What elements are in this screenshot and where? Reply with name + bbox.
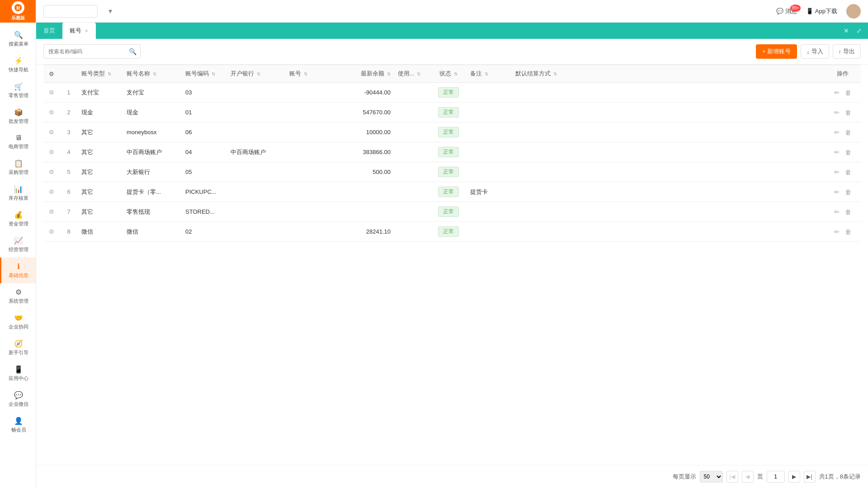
row-gear-0[interactable]: ⚙ (43, 83, 60, 103)
app-download-btn[interactable]: 📱 App下载 (806, 7, 837, 15)
row-gear-6[interactable]: ⚙ (43, 202, 60, 222)
sidebar-item-wholesale[interactable]: 📦 批发管理 (0, 103, 36, 129)
sidebar-item-inventory[interactable]: 📊 库存核算 (0, 180, 36, 206)
row-index-7: 8 (60, 222, 78, 242)
row-gear-2[interactable]: ⚙ (43, 122, 60, 142)
row-gear-3[interactable]: ⚙ (43, 142, 60, 162)
sidebar-item-capital[interactable]: 💰 资金管理 (0, 206, 36, 232)
next-page-btn[interactable]: ▶ (788, 471, 800, 483)
th-code[interactable]: 账号编码 ⇅ (182, 65, 227, 83)
sidebar-item-ecommerce[interactable]: 🖥 电商管理 (0, 129, 36, 155)
sidebar-item-shortcut[interactable]: ⚡ 快捷导航 (0, 52, 36, 78)
th-type[interactable]: 账号类型 ⇅ (78, 65, 123, 83)
page-input[interactable] (767, 471, 785, 483)
sidebar-item-basic[interactable]: ℹ 基础信息 (0, 258, 36, 283)
table-row: ⚙ 5 其它 大新银行 05 500.00 正常 ✏ 🗑 (43, 162, 861, 182)
tab-account[interactable]: 账号 × (62, 23, 96, 39)
search-input[interactable] (44, 48, 125, 55)
edit-btn-3[interactable]: ✏ (832, 148, 841, 157)
row-balance-5 (340, 182, 394, 202)
row-type-0: 支付宝 (78, 83, 123, 103)
tab-close-btn[interactable]: × (84, 28, 89, 34)
row-status-0: 正常 (430, 83, 467, 103)
th-default[interactable]: 默认结算方式 ⇅ (512, 65, 825, 83)
th-account[interactable]: 账号 ⇅ (286, 65, 340, 83)
row-gear-1[interactable]: ⚙ (43, 103, 60, 122)
row-use-3 (394, 142, 430, 162)
delete-btn-2[interactable]: 🗑 (843, 128, 853, 137)
delete-btn-5[interactable]: 🗑 (843, 188, 853, 197)
delete-btn-6[interactable]: 🗑 (843, 207, 853, 216)
row-account-3 (286, 142, 340, 162)
th-gear[interactable]: ⚙ (43, 65, 60, 83)
last-page-btn[interactable]: ▶| (804, 471, 816, 483)
sidebar-item-guide[interactable]: 🧭 新手引导 (0, 335, 36, 361)
sidebar-item-purchase[interactable]: 📋 采购管理 (0, 155, 36, 180)
delete-btn-3[interactable]: 🗑 (843, 148, 853, 157)
row-balance-4: 500.00 (340, 162, 394, 182)
per-page-select[interactable]: 50 100 200 (700, 471, 723, 483)
th-remark[interactable]: 备注 ⇅ (467, 65, 512, 83)
sidebar-item-wechat[interactable]: 💬 企业微信 (0, 386, 36, 412)
delete-btn-1[interactable]: 🗑 (843, 108, 853, 117)
row-name-2: moneybosx (123, 122, 182, 142)
inventory-icon: 📊 (14, 185, 23, 193)
row-bank-0 (227, 83, 286, 103)
sidebar-item-system[interactable]: ⚙ 系统管理 (0, 283, 36, 309)
first-page-btn[interactable]: |◀ (726, 471, 738, 483)
row-code-5: PICKUPC... (182, 182, 227, 202)
row-remark-0 (467, 83, 512, 103)
edit-btn-7[interactable]: ✏ (832, 227, 841, 236)
tab-close-action-btn[interactable]: ✕ (841, 25, 852, 36)
tab-maximize-btn[interactable]: ⤢ (854, 25, 864, 36)
sidebar-item-app-center[interactable]: 📱 应用中心 (0, 361, 36, 386)
th-bank[interactable]: 开户银行 ⇅ (227, 65, 286, 83)
edit-btn-5[interactable]: ✏ (832, 188, 841, 197)
row-name-6: 零售抵现 (123, 202, 182, 222)
export-button[interactable]: ↑ 导出 (833, 44, 861, 59)
sidebar-enterprise-label: 企业协同 (9, 324, 28, 330)
status-badge-0: 正常 (438, 87, 459, 98)
sidebar-item-operation[interactable]: 📈 经营管理 (0, 232, 36, 258)
delete-btn-7[interactable]: 🗑 (843, 227, 853, 236)
row-remark-4 (467, 162, 512, 182)
status-badge-3: 正常 (438, 147, 459, 157)
tab-home[interactable]: 首页 (36, 23, 62, 39)
delete-btn-4[interactable]: 🗑 (843, 168, 853, 177)
export-label: 导出 (843, 47, 855, 56)
sidebar-guide-label: 新手引导 (9, 349, 28, 356)
sidebar-item-member[interactable]: 👤 畅会员 (0, 412, 36, 438)
edit-btn-2[interactable]: ✏ (832, 128, 841, 137)
edit-btn-0[interactable]: ✏ (832, 88, 841, 97)
delete-btn-0[interactable]: 🗑 (843, 88, 853, 97)
row-bank-5 (227, 182, 286, 202)
row-gear-5[interactable]: ⚙ (43, 182, 60, 202)
edit-btn-6[interactable]: ✏ (832, 207, 841, 216)
row-code-0: 03 (182, 83, 227, 103)
sidebar-item-search[interactable]: 🔍 搜索菜单 (0, 26, 36, 52)
th-name[interactable]: 账号名称 ⇅ (123, 65, 182, 83)
new-account-button[interactable]: + 新增账号 (756, 44, 797, 59)
row-bank-2 (227, 122, 286, 142)
th-balance[interactable]: 最新余额 ⇅ (340, 65, 394, 83)
sidebar-item-retail[interactable]: 🛒 零售管理 (0, 78, 36, 103)
avatar[interactable] (846, 4, 861, 19)
search-button[interactable]: 🔍 (125, 48, 140, 55)
edit-btn-1[interactable]: ✏ (832, 108, 841, 117)
row-account-4 (286, 162, 340, 182)
app-center-icon: 📱 (14, 365, 23, 374)
edit-btn-4[interactable]: ✏ (832, 168, 841, 177)
prev-page-btn[interactable]: ◀ (742, 471, 754, 483)
sidebar-shortcut-label: 快捷导航 (9, 66, 28, 73)
row-gear-7[interactable]: ⚙ (43, 222, 60, 242)
tab-bar: 首页 账号 × ✕ ⤢ (36, 23, 868, 39)
import-button[interactable]: ↓ 导入 (801, 44, 829, 59)
sidebar-item-enterprise[interactable]: 🤝 企业协同 (0, 309, 36, 335)
content-area: 🔍 + 新增账号 ↓ 导入 ↑ 导出 (36, 39, 868, 488)
header-dropdown-btn[interactable]: ▾ (103, 4, 118, 19)
message-btn[interactable]: 💬 消息 99+ (776, 7, 797, 15)
th-status[interactable]: 状态 ⇅ (430, 65, 467, 83)
row-gear-4[interactable]: ⚙ (43, 162, 60, 182)
top-search-input[interactable] (43, 5, 98, 18)
th-use[interactable]: 使用... ⇅ (394, 65, 430, 83)
